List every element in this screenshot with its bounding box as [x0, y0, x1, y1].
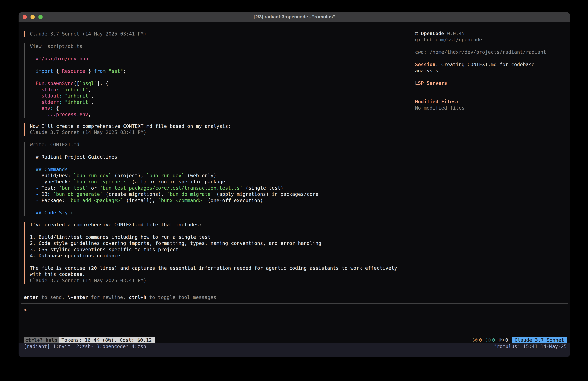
- key-hint: \+enter: [68, 294, 88, 300]
- message-list-item: 1. Build/lint/test commands including ho…: [30, 234, 403, 240]
- prompt-caret: >: [24, 307, 27, 313]
- assistant-message: Now I'll create a comprehensive CONTEXT.…: [24, 123, 409, 135]
- md-token: (apply migrations) in packages/core: [213, 191, 318, 197]
- blank-line: [30, 74, 403, 80]
- tool-title: View: script/db.ts: [30, 43, 403, 49]
- message-list-item: 2. Code style guidelines covering import…: [30, 240, 403, 246]
- app-version: 0.0.45: [444, 31, 464, 36]
- info-icon: ⓘ: [486, 337, 491, 343]
- md-token: DB:: [39, 191, 53, 197]
- md-token: `bun add <package>`: [68, 198, 123, 203]
- code-line: import { Resource } from "sst";: [30, 68, 403, 74]
- message-list-item: 4. Database operations guidance: [30, 253, 403, 259]
- code-token: Bun.spawnSync: [30, 81, 74, 86]
- md-token: (single test): [243, 185, 284, 191]
- code-token: ,: [88, 87, 91, 92]
- copyright-icon: ©: [415, 31, 421, 36]
- code-token: {: [53, 68, 62, 74]
- md-token: (web only): [184, 173, 216, 179]
- close-button[interactable]: [22, 15, 27, 19]
- code-token: ...process.env: [30, 112, 88, 117]
- code-token: import: [30, 68, 53, 74]
- code-token: stdin: [30, 87, 56, 92]
- markdown-list-item: - Package: `bun add <package>` (install)…: [30, 198, 403, 203]
- session-label: Session: [415, 62, 435, 67]
- blank-line: [30, 62, 403, 68]
- md-token: `bun db migrate`: [167, 191, 213, 197]
- keybinding-help: enter to send, \+enter for newline, ctrl…: [24, 294, 216, 300]
- md-token: ## Commands: [30, 167, 68, 172]
- tool-call-write-file: Write: CONTEXT.md # Radiant Project Guid…: [24, 142, 409, 216]
- md-token: # Radiant Project Guidelines: [30, 154, 117, 160]
- code-line: stdin: "inherit",: [30, 87, 403, 93]
- hint-count: 0: [505, 337, 508, 343]
- session-separator: :: [435, 62, 441, 67]
- code-token: stderr: [30, 99, 59, 105]
- blank-line: [30, 259, 403, 265]
- code-token: `psql`: [79, 81, 97, 86]
- key-hint: enter: [24, 294, 38, 300]
- code-token: ], {: [97, 81, 108, 86]
- md-token: -: [30, 198, 39, 203]
- message-meta: Claude 3.7 Sonnet (14 May 2025 03:41 PM): [30, 129, 403, 135]
- window-title: [2/3] radiant:3:opencode - "romulus": [19, 12, 570, 22]
- markdown-line: # Radiant Project Guidelines: [30, 154, 403, 160]
- md-token: or: [88, 185, 100, 191]
- md-token: `bun run dev`: [74, 173, 111, 179]
- model-badge: Claude 3.7 Sonnet: [512, 337, 567, 343]
- session-line: Session: Creating CONTEXT.md for codebas…: [415, 62, 557, 74]
- sidebar: © OpenCode 0.0.45 github.com/sst/opencod…: [415, 30, 557, 111]
- code-token: ,: [88, 112, 91, 117]
- md-token: `bun run typecheck`: [74, 179, 129, 184]
- md-token: Test:: [39, 185, 59, 191]
- md-token: (install),: [123, 198, 158, 203]
- md-token: `bun test packages/core/test/transaction…: [100, 185, 243, 191]
- code-token: Resource: [62, 68, 85, 74]
- message-input[interactable]: >: [24, 307, 27, 313]
- repo-link: github.com/sst/opencode: [415, 37, 557, 43]
- key-hint-desc: to toggle tool messages: [146, 294, 216, 300]
- code-token: "inherit": [62, 93, 91, 99]
- message-list-item: 3. CSS styling conventions specific to t…: [30, 247, 403, 253]
- markdown-heading: ## Code Style: [30, 210, 403, 216]
- message-text: The file is concise (20 lines) and captu…: [30, 265, 403, 277]
- warning-icon: ⓦ: [473, 337, 478, 343]
- md-token: `bun test`: [59, 185, 88, 191]
- code-token: env: [30, 105, 50, 111]
- key-hint-desc: for newline,: [88, 294, 129, 300]
- brand-line: © OpenCode 0.0.45: [415, 30, 557, 37]
- maximize-button[interactable]: [38, 15, 42, 19]
- terminal-window: [2/3] radiant:3:opencode - "romulus" Cla…: [19, 12, 570, 357]
- cwd-line: cwd: /home/thdxr/dev/projects/radiant/ra…: [415, 49, 557, 55]
- code-token: ;: [123, 68, 126, 74]
- md-token: `bunx <command>`: [158, 198, 205, 203]
- blank-line: [30, 228, 403, 234]
- code-token: "sst": [106, 68, 123, 74]
- help-shortcut-badge: ctrl+? help: [24, 337, 59, 343]
- key-hint: ctrl+h: [129, 294, 146, 300]
- key-hint-desc: to send,: [38, 294, 68, 300]
- code-token: :: [50, 105, 53, 111]
- code-token: #!/usr/bin/env bun: [30, 56, 88, 62]
- tmux-host-clock: "romulus" 15:41 14-May-25: [494, 343, 567, 350]
- md-token: -: [30, 179, 39, 184]
- info-counter: ⓘ0: [486, 337, 495, 343]
- code-token: :: [59, 93, 62, 99]
- code-line: stderr: "inherit",: [30, 99, 403, 105]
- md-token: -: [30, 185, 39, 191]
- tmux-status-bar: [radiant] 1:nvim 2:zsh- 3:opencode* 4:zs…: [19, 343, 570, 357]
- info-count: 0: [492, 337, 495, 343]
- code-line: ...process.env,: [30, 112, 403, 117]
- blank-line: [30, 148, 403, 154]
- markdown-list-item: - TypeCheck: `bun run typecheck` (all) o…: [30, 179, 403, 185]
- markdown-list-item: - Build/Dev: `bun run dev` (project), `b…: [30, 173, 403, 179]
- code-token: }: [85, 68, 94, 74]
- md-token: `bun run dev`: [147, 173, 185, 179]
- md-token: -: [30, 191, 39, 197]
- input-divider: [21, 303, 568, 304]
- tmux-session-windows[interactable]: [radiant] 1:nvim 2:zsh- 3:opencode* 4:zs…: [24, 343, 146, 350]
- markdown-heading: ## Commands: [30, 166, 403, 173]
- minimize-button[interactable]: [30, 15, 35, 19]
- blank-line: [30, 160, 403, 166]
- lsp-servers-header: LSP Servers: [415, 80, 557, 86]
